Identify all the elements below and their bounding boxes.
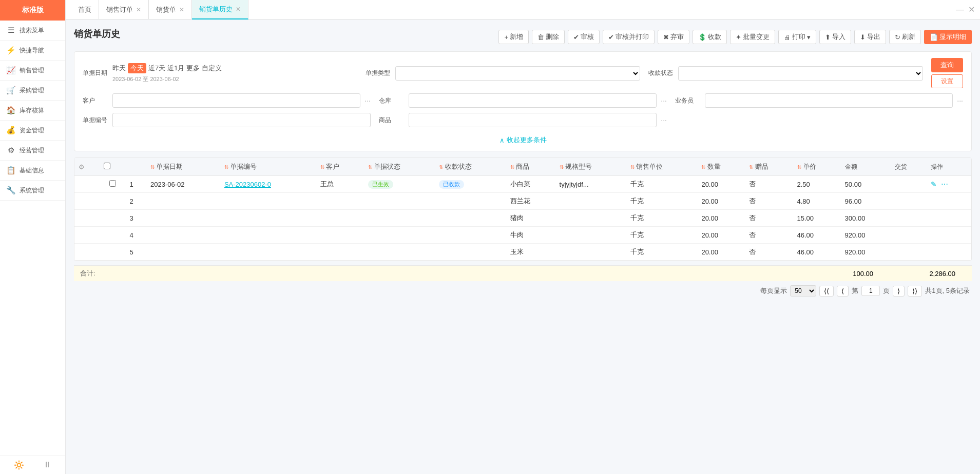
warehouse-input[interactable] [409, 93, 657, 108]
salesperson-input[interactable] [705, 93, 953, 108]
shortcut-1month[interactable]: 近1月 [167, 64, 184, 73]
cell-goods: 玉米 [506, 244, 555, 261]
cell-qty: 20.00 [697, 227, 745, 244]
sidebar-item-purchase-mgmt[interactable]: 🛒 采购管理 [0, 81, 65, 101]
import-button[interactable]: ⬆ 导入 [819, 30, 851, 44]
th-gear: ⚙ [74, 158, 100, 176]
prev-page-button[interactable]: ⟨ [837, 286, 849, 297]
setting-button[interactable]: 设置 [931, 74, 963, 88]
select-all-checkbox[interactable] [104, 163, 110, 169]
shortcut-today[interactable]: 今天 [128, 63, 146, 73]
audit-print-icon: ✔ [608, 33, 614, 41]
cell-doc-no [220, 210, 316, 227]
salesperson-ellipsis-icon[interactable]: ··· [957, 96, 963, 105]
sidebar-bottom: 🔆 ⏸ [0, 456, 65, 474]
query-button[interactable]: 查询 [931, 58, 963, 72]
gear-icon[interactable]: ⚙ [79, 163, 85, 171]
per-page-label: 每页显示 [760, 286, 787, 295]
cell-amount: 50.00 [841, 176, 891, 193]
cell-gift: 否 [745, 210, 793, 227]
doc-no-link[interactable]: SA-20230602-0 [224, 181, 271, 188]
sidebar-item-search-menu[interactable]: ☰ 搜索菜单 [0, 21, 65, 41]
cell-doc-no [220, 193, 316, 210]
sort-icon: ⇅ [797, 164, 801, 170]
batch-change-button[interactable]: ✦ 批量变更 [730, 30, 775, 44]
payment-status-select[interactable] [678, 66, 923, 81]
shortcut-custom[interactable]: 自定义 [202, 64, 222, 73]
print-button[interactable]: 🖨 打印 ▾ [778, 30, 816, 44]
refresh-button[interactable]: ↻ 刷新 [889, 30, 921, 44]
sidebar-logo: 标准版 [0, 0, 65, 21]
collapse-button[interactable]: ∧ 收起更多条件 [83, 132, 963, 145]
tab-sales-history[interactable]: 销货单历史 ✕ [192, 0, 248, 19]
sidebar-item-label: 销售管理 [20, 66, 44, 75]
data-table: ⚙ ⇅ 单据日期 ⇅ 单据编号 ⇅ 客户 ⇅ 单据状态 ⇅ 收款状态 ⇅ 商品 … [74, 158, 971, 261]
ops-mgmt-icon: ⚙ [6, 146, 15, 155]
close-window-icon[interactable]: ✕ [968, 5, 975, 14]
audit-print-button[interactable]: ✔ 审核并打印 [603, 30, 655, 44]
goods-input[interactable] [409, 113, 657, 127]
plus-icon: + [504, 33, 508, 41]
sidebar-bottom-icon-2[interactable]: ⏸ [43, 460, 51, 470]
shortcut-more[interactable]: 更多 [186, 64, 200, 73]
minimize-icon[interactable]: — [956, 5, 964, 14]
sidebar-item-inventory[interactable]: 🏠 库存核算 [0, 101, 65, 121]
delete-button[interactable]: 🗑 删除 [532, 30, 565, 44]
sidebar-item-ops-mgmt[interactable]: ⚙ 经营管理 [0, 141, 65, 161]
th-gift: ⇅ 赠品 [745, 158, 793, 176]
sort-icon: ⇅ [368, 164, 372, 170]
sidebar-item-label: 经营管理 [20, 146, 44, 155]
shortcut-yesterday[interactable]: 昨天 [112, 64, 126, 73]
abandon-button[interactable]: ✖ 弃审 [658, 30, 689, 44]
delete-label: 删除 [546, 32, 559, 42]
th-unit-price: ⇅ 单价 [793, 158, 841, 176]
export-button[interactable]: ⬇ 导出 [854, 30, 886, 44]
close-icon[interactable]: ✕ [136, 6, 141, 13]
sidebar-item-sales-mgmt[interactable]: 📈 销售管理 [0, 61, 65, 81]
page-content: 销货单历史 + 新增 🗑 删除 ✔ 审核 ✔ 审核并打印 [66, 19, 980, 474]
cell-payment-status [435, 244, 506, 261]
cell-amount: 920.00 [841, 244, 891, 261]
more-action-icon[interactable]: ⋯ [941, 180, 948, 188]
filter-doc-no: 单据编号 [83, 113, 371, 127]
import-icon: ⬆ [825, 33, 831, 41]
cell-trade [891, 227, 927, 244]
doc-type-select[interactable] [395, 66, 640, 81]
sidebar-item-label: 快捷导航 [20, 46, 44, 55]
collect-button[interactable]: 💲 收款 [693, 30, 727, 44]
tab-sales-order[interactable]: 销售订单 ✕ [99, 0, 149, 19]
audit-button[interactable]: ✔ 审核 [568, 30, 600, 44]
sidebar-bottom-icon-1[interactable]: 🔆 [14, 460, 24, 470]
first-page-button[interactable]: ⟨⟨ [819, 286, 834, 297]
sidebar-item-basic-info[interactable]: 📋 基础信息 [0, 161, 65, 181]
last-page-button[interactable]: ⟩⟩ [908, 286, 922, 297]
row-checkbox[interactable] [109, 180, 116, 187]
new-button[interactable]: + 新增 [498, 30, 529, 44]
edit-icon[interactable]: ✎ [931, 180, 937, 188]
doc-no-input[interactable] [112, 113, 371, 127]
page-number-input[interactable] [861, 286, 880, 296]
tab-sales-goods[interactable]: 销货单 ✕ [149, 0, 192, 19]
cell-payment-status [435, 227, 506, 244]
filter-payment-status: 收款状态 [648, 66, 923, 81]
cell-gift: 否 [745, 227, 793, 244]
shortcut-7days[interactable]: 近7天 [148, 64, 165, 73]
tab-sales-history-label: 销货单历史 [199, 5, 233, 14]
customer-ellipsis-icon[interactable]: ··· [364, 96, 371, 105]
goods-ellipsis-icon[interactable]: ··· [661, 116, 667, 124]
next-page-button[interactable]: ⟩ [893, 286, 905, 297]
warehouse-ellipsis-icon[interactable]: ··· [661, 96, 667, 105]
pagination: 每页显示 50 100 ⟨⟨ ⟨ 第 页 ⟩ ⟩⟩ 共1页, 5条记录 [74, 281, 972, 301]
cell-spec [555, 244, 626, 261]
cell-doc-no [220, 244, 316, 261]
close-icon[interactable]: ✕ [179, 6, 184, 13]
sidebar-item-sys-mgmt[interactable]: 🔧 系统管理 [0, 181, 65, 201]
show-detail-button[interactable]: 📄 显示明细 [924, 30, 972, 44]
sidebar-item-quick-nav[interactable]: ⚡ 快捷导航 [0, 41, 65, 61]
tab-home[interactable]: 首页 [71, 0, 99, 19]
sidebar-item-finance-mgmt[interactable]: 💰 资金管理 [0, 121, 65, 141]
customer-input[interactable] [112, 93, 360, 108]
close-icon[interactable]: ✕ [236, 6, 241, 13]
cell-amount: 96.00 [841, 193, 891, 210]
per-page-select[interactable]: 50 100 [790, 285, 816, 297]
